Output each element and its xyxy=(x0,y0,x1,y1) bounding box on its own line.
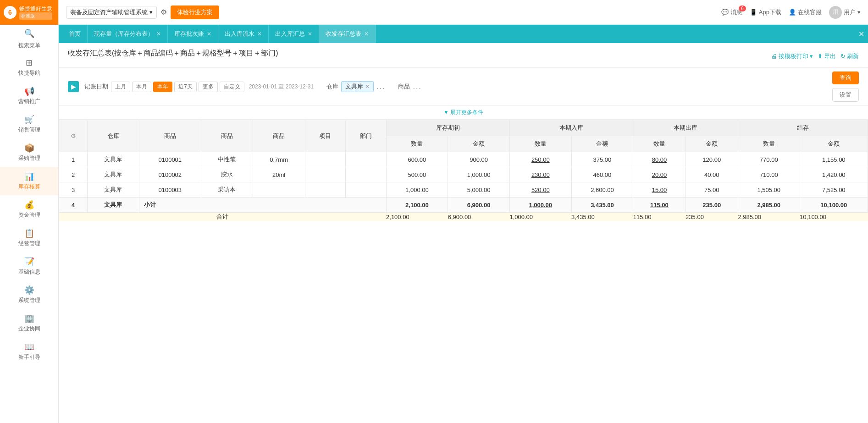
enterprise-icon: 🏢 xyxy=(24,313,34,324)
total-opening-qty: 2,100.00 xyxy=(386,213,448,221)
sidebar-item-assets[interactable]: 💰 资金管理 xyxy=(0,195,58,224)
warehouse-tag: 文具库 ✕ xyxy=(341,81,374,92)
chevron-down-icon: ▾ xyxy=(857,9,861,16)
tab-close-batch[interactable]: ✕ xyxy=(207,31,211,37)
avatar: 用 xyxy=(829,6,842,19)
cell-goods-code: 0100003 xyxy=(139,182,201,198)
col-warehouse: 仓库 xyxy=(88,120,139,152)
col-settings-icon[interactable]: ⚙ xyxy=(59,120,88,152)
tab-close-stock-dist[interactable]: ✕ xyxy=(156,31,161,37)
message-button[interactable]: 💬 消息 6 xyxy=(721,8,742,16)
cell-income-qty[interactable]: 250.00 xyxy=(509,152,571,167)
cell-project xyxy=(305,167,345,182)
export-button[interactable]: ⬆ 导出 xyxy=(818,52,836,60)
col-group-income: 本期入库 xyxy=(509,120,633,136)
tab-summary[interactable]: 出入库汇总 ✕ xyxy=(269,25,319,43)
total-income-amt: 3,435.00 xyxy=(571,213,633,221)
cell-opening-qty: 500.00 xyxy=(386,167,448,182)
date-buttons: 上月 本月 本年 近7天 更多 自定义 xyxy=(111,82,244,92)
tab-close-summary[interactable]: ✕ xyxy=(308,31,312,37)
sidebar-item-system[interactable]: ⚙️ 系统管理 xyxy=(0,280,58,309)
tab-home[interactable]: 首页 xyxy=(62,25,88,43)
goods-ellipsis[interactable]: ... xyxy=(413,82,421,91)
cell-outcome-qty[interactable]: 20.00 xyxy=(633,167,686,182)
col-goods-spec: 商品 xyxy=(253,120,305,152)
sidebar-item-basic[interactable]: 📝 基础信息 xyxy=(0,252,58,280)
sidebar-item-quick-nav[interactable]: ⊞ 快捷导航 xyxy=(0,53,58,82)
online-service-button[interactable]: 👤 在线客服 xyxy=(789,8,822,16)
tab-batch[interactable]: 库存批次账 ✕ xyxy=(168,25,218,43)
filter-action-buttons: 查询 设置 xyxy=(832,71,859,102)
expand-more-button[interactable]: ▼ 展开更多条件 xyxy=(59,106,868,120)
total-balance-amt: 10,100.00 xyxy=(800,213,868,221)
cell-goods-spec: 20ml xyxy=(253,167,305,182)
sidebar-search[interactable]: 🔍 搜索菜单 xyxy=(0,25,58,53)
user-button[interactable]: 用 用户 ▾ xyxy=(829,6,861,19)
sidebar-item-marketing[interactable]: 📢 营销推广 xyxy=(0,82,58,110)
col-outcome-amt: 金额 xyxy=(686,136,738,152)
system-icon: ⚙️ xyxy=(24,285,34,295)
filter-toggle-button[interactable]: ▶ xyxy=(68,81,79,92)
chevron-down-icon: ▾ xyxy=(149,9,153,16)
logo-icon: 6 xyxy=(4,6,17,19)
settings-button[interactable]: ⚙ xyxy=(160,8,167,16)
cell-index: 1 xyxy=(59,152,88,167)
sidebar-item-sales[interactable]: 🛒 销售管理 xyxy=(0,110,58,138)
cell-outcome-qty[interactable]: 15.00 xyxy=(633,182,686,198)
goods-filter-group: 商品 ... xyxy=(398,82,421,91)
date-btn-7days[interactable]: 近7天 xyxy=(174,82,197,92)
sidebar-item-operations[interactable]: 📋 经营管理 xyxy=(0,224,58,252)
cell-income-qty[interactable]: 520.00 xyxy=(509,182,571,198)
date-btn-this-year[interactable]: 本年 xyxy=(153,82,172,92)
sidebar-item-inventory[interactable]: 📊 库存核算 xyxy=(0,167,58,195)
col-group-balance: 结存 xyxy=(738,120,868,136)
cell-balance-amt: 1,155.00 xyxy=(800,152,868,167)
cell-outcome-amt: 120.00 xyxy=(686,152,738,167)
cell-project xyxy=(305,182,345,198)
trial-button[interactable]: 体验行业方案 xyxy=(171,5,219,19)
setting-button[interactable]: 设置 xyxy=(832,88,859,102)
subtotal-index: 4 xyxy=(59,198,88,213)
cell-balance-qty: 770.00 xyxy=(738,152,800,167)
system-selector[interactable]: 装备及固定资产辅助管理系统 ▾ xyxy=(66,6,157,19)
sidebar-item-enterprise[interactable]: 🏢 企业协同 xyxy=(0,309,58,337)
col-opening-amt: 金额 xyxy=(448,136,510,152)
close-all-tabs-button[interactable]: ✕ xyxy=(858,30,864,38)
table-container: ⚙ 仓库 商品 商品 商品 项目 部门 库存期初 本期入库 本期出库 结存 数量 xyxy=(59,120,868,221)
refresh-button[interactable]: ↻ 刷新 xyxy=(840,52,859,60)
total-opening-amt: 6,900.00 xyxy=(448,213,510,221)
subtotal-balance-amt: 10,100.00 xyxy=(800,198,868,213)
assets-icon: 💰 xyxy=(24,200,34,210)
purchase-icon: 📦 xyxy=(24,143,34,153)
sidebar-item-guide[interactable]: 📖 新手引导 xyxy=(0,337,58,366)
tab-stock-dist[interactable]: 现存量（库存分布表） ✕ xyxy=(88,25,168,43)
date-btn-last-month[interactable]: 上月 xyxy=(111,82,130,92)
sidebar: 6 畅捷通好生意 标准版 🔍 搜索菜单 ⊞ 快捷导航 📢 营销推广 🛒 销售管理… xyxy=(0,0,59,423)
cell-index: 2 xyxy=(59,167,88,182)
warehouse-tag-close[interactable]: ✕ xyxy=(365,83,370,90)
warehouse-label: 仓库 xyxy=(326,82,338,91)
sidebar-item-purchase[interactable]: 📦 采购管理 xyxy=(0,138,58,167)
date-btn-custom[interactable]: 自定义 xyxy=(220,82,244,92)
query-button[interactable]: 查询 xyxy=(832,71,859,84)
cell-goods-spec xyxy=(253,182,305,198)
tab-collect-summary[interactable]: 收发存汇总表 ✕ xyxy=(319,25,376,43)
table-row: 3 文具库 0100003 采访本 1,000.00 5,000.00 520.… xyxy=(59,182,868,198)
warehouse-ellipsis[interactable]: ... xyxy=(376,82,385,91)
tab-close-flow[interactable]: ✕ xyxy=(257,31,262,37)
app-download-button[interactable]: 📱 App下载 xyxy=(750,8,781,16)
cell-department xyxy=(346,167,386,182)
export-icon: ⬆ xyxy=(818,53,823,60)
tab-flow[interactable]: 出入库流水 ✕ xyxy=(218,25,269,43)
tab-close-collect-summary[interactable]: ✕ xyxy=(364,31,369,37)
subtotal-income-amt: 3,435.00 xyxy=(571,198,633,213)
col-balance-qty: 数量 xyxy=(738,136,800,152)
topbar: 装备及固定资产辅助管理系统 ▾ ⚙ 体验行业方案 💬 消息 6 📱 App下载 … xyxy=(59,0,868,25)
date-btn-more[interactable]: 更多 xyxy=(199,82,218,92)
cell-income-qty[interactable]: 230.00 xyxy=(509,167,571,182)
cell-outcome-qty[interactable]: 80.00 xyxy=(633,152,686,167)
subtotal-outcome-amt: 235.00 xyxy=(686,198,738,213)
cell-balance-amt: 1,420.00 xyxy=(800,167,868,182)
date-btn-this-month[interactable]: 本月 xyxy=(132,82,151,92)
print-button[interactable]: 🖨 按模板打印 ▾ xyxy=(771,52,813,60)
